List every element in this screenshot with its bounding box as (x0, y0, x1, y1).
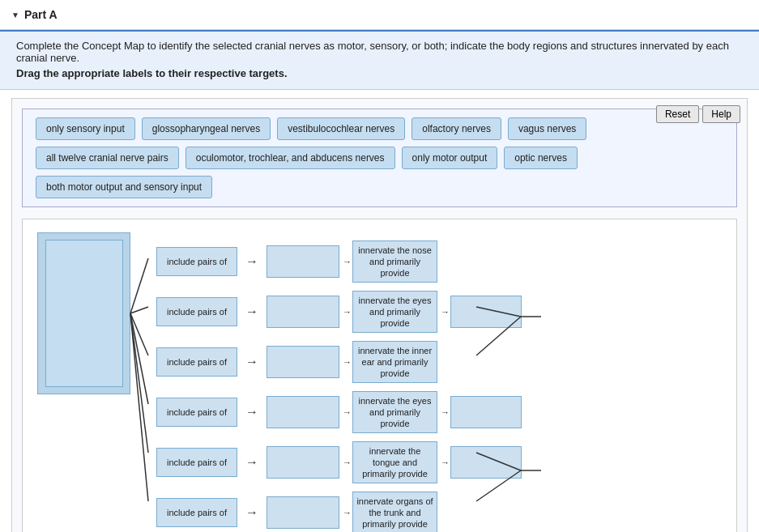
include-label-2: include pairs of (167, 307, 227, 317)
include-label-1: include pairs of (167, 257, 227, 266)
arrow-2b: → (343, 307, 349, 317)
arrow-6: → (241, 505, 263, 520)
include-box-6: include pairs of (156, 498, 237, 527)
label-chip-3[interactable]: olfactory nerves (411, 117, 501, 140)
left-outer-box (37, 232, 130, 394)
result-drop-4[interactable] (450, 396, 522, 428)
left-inner-box (45, 240, 123, 387)
include-box-1: include pairs of (156, 247, 237, 276)
arrow-1: → (241, 254, 263, 269)
instruction-line1: Complete the Concept Map to identify the… (16, 40, 743, 64)
arrow-2: → (241, 304, 263, 319)
label-bank: only sensory inputglossopharyngeal nerve… (22, 109, 737, 207)
include-box-5: include pairs of (156, 448, 237, 477)
instruction-line2: Drag the appropriate labels to their res… (16, 67, 743, 79)
rows-area: include pairs of → → innervate the nose … (31, 232, 728, 532)
innervate-5: innervate the tongue and primarily provi… (352, 441, 437, 483)
map-row-5: include pairs of → → innervate the tongu… (156, 441, 728, 483)
include-label-3: include pairs of (167, 357, 227, 367)
top-buttons: Reset Help (656, 105, 740, 123)
label-chip-6[interactable]: oculomotor, trochlear, and abducens nerv… (185, 147, 395, 169)
arrow-1b: → (343, 257, 349, 266)
label-chip-7[interactable]: only motor output (402, 147, 498, 169)
map-row-3: include pairs of → → innervate the inner… (156, 341, 728, 383)
include-box-2: include pairs of (156, 297, 237, 326)
drop-6[interactable] (267, 496, 339, 529)
innervate-3: innervate the inner ear and primarily pr… (352, 341, 437, 383)
label-chip-9[interactable]: both motor output and sensory input (36, 176, 212, 198)
arrow-5b: → (343, 458, 349, 467)
label-chip-0[interactable]: only sensory input (36, 117, 135, 140)
main-area: Reset Help only sensory inputglossophary… (11, 98, 748, 532)
drop-2[interactable] (267, 296, 339, 328)
arrow-4: → (241, 405, 263, 419)
drop-4[interactable] (267, 396, 339, 428)
innervate-1: innervate the nose and primarily provide (352, 240, 437, 283)
include-label-6: include pairs of (167, 508, 227, 517)
drop-1[interactable] (267, 245, 339, 278)
innervate-6: innervate organs of the trunk and primar… (352, 492, 437, 532)
innervate-4: innervate the eyes and primarily provide (352, 391, 437, 433)
part-title: Part A (24, 8, 58, 21)
include-label-5: include pairs of (167, 458, 227, 467)
collapse-arrow-icon[interactable]: ▼ (11, 11, 19, 19)
concept-map: include pairs of → → innervate the nose … (22, 219, 737, 532)
arrow-6b: → (343, 508, 349, 517)
arrow-4b: → (343, 407, 349, 417)
left-main-box (37, 232, 130, 394)
map-row-2: include pairs of → → innervate the eyes … (156, 291, 728, 333)
arrow-3b: → (343, 357, 349, 367)
label-chip-1[interactable]: glossopharyngeal nerves (142, 117, 271, 140)
map-row-6: include pairs of → → innervate organs of… (156, 492, 728, 532)
part-header: ▼ Part A (0, 0, 759, 30)
label-chip-8[interactable]: optic nerves (504, 147, 578, 169)
drop-5[interactable] (267, 446, 339, 479)
result-drop-5[interactable] (450, 446, 522, 479)
map-row-1: include pairs of → → innervate the nose … (156, 240, 728, 283)
reset-button[interactable]: Reset (656, 105, 699, 123)
innervate-2: innervate the eyes and primarily provide (352, 291, 437, 333)
arrow-5: → (241, 455, 263, 470)
label-chip-2[interactable]: vestibulocochlear nerves (277, 117, 405, 140)
include-label-4: include pairs of (167, 407, 227, 417)
map-row-4: include pairs of → → innervate the eyes … (156, 391, 728, 433)
label-chip-5[interactable]: all twelve cranial nerve pairs (36, 147, 179, 169)
drop-3[interactable] (267, 346, 339, 378)
label-chip-4[interactable]: vagus nerves (508, 117, 586, 140)
result-drop-2[interactable] (450, 296, 522, 328)
instructions-panel: Complete the Concept Map to identify the… (0, 30, 759, 90)
include-box-4: include pairs of (156, 398, 237, 427)
arrow-3: → (241, 355, 263, 369)
include-box-3: include pairs of (156, 347, 237, 377)
help-button[interactable]: Help (702, 105, 740, 123)
